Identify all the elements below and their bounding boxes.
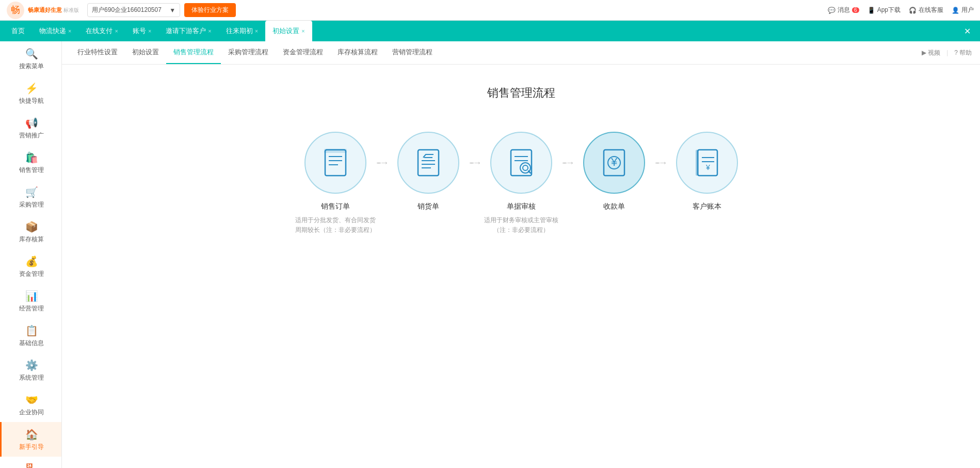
video-link[interactable]: ▶ 视频: [922, 49, 940, 57]
close-payment-icon[interactable]: ×: [115, 28, 118, 34]
dropdown-arrow-icon: ▼: [169, 7, 175, 14]
basic-icon: 📋: [25, 324, 38, 337]
guide-icon: 🏠: [25, 428, 38, 441]
sub-tab-purchase-flow[interactable]: 采购管理流程: [221, 41, 276, 64]
nav-tab-logistics[interactable]: 物流快递 ×: [32, 21, 78, 41]
sub-tab-initial[interactable]: 初始设置: [125, 41, 166, 64]
logo-icon: 畅: [6, 1, 25, 20]
sub-tab-inventory-flow[interactable]: 库存核算流程: [330, 41, 385, 64]
nav-tab-period[interactable]: 往来期初 ×: [219, 21, 265, 41]
sub-tab-industry[interactable]: 行业特性设置: [70, 41, 125, 64]
delivery-icon: [413, 147, 444, 178]
sidebar-item-marketing[interactable]: 📢 营销推广: [0, 111, 61, 145]
sales-icon: 🛍️: [25, 151, 38, 164]
sidebar-item-search[interactable]: 🔍 搜索菜单: [0, 41, 61, 76]
user-avatar-item[interactable]: 👤 用户: [952, 6, 974, 14]
nav-tab-payment[interactable]: 在线支付 ×: [78, 21, 125, 41]
system-icon: ⚙️: [25, 359, 38, 371]
approval-title: 单据审核: [507, 202, 536, 211]
sidebar-item-appstore[interactable]: 🏪 应用中心: [0, 457, 61, 468]
user-dropdown[interactable]: 用户690企业1660120507 ▼: [87, 3, 180, 17]
top-header: 畅 畅康通好生意 标准版 用户690企业1660120507 ▼ 体验行业方案 …: [0, 0, 980, 21]
try-industry-button[interactable]: 体验行业方案: [184, 3, 236, 17]
flow-step-delivery: 销货单: [387, 132, 470, 215]
page-content: 销售管理流程 销售订单 适用于分批发货、有合同: [62, 65, 980, 468]
sidebar-item-basic[interactable]: 📋 基础信息: [0, 318, 61, 353]
ledger-circle[interactable]: ¥: [676, 132, 738, 194]
message-item[interactable]: 💬 消息 6: [828, 6, 859, 14]
nav-tab-account[interactable]: 账号 ×: [125, 21, 158, 41]
sales-order-title: 销售订单: [321, 202, 350, 211]
arrow-3: - - →: [563, 132, 573, 168]
approval-desc: 适用于财务审核或主管审核（注：非必要流程）: [480, 215, 563, 235]
sidebar-item-system[interactable]: ⚙️ 系统管理: [0, 353, 61, 387]
main-layout: 🔍 搜索菜单 ⚡ 快捷导航 📢 营销推广 🛍️ 销售管理 🛒 采购管理 📦 库存…: [0, 41, 980, 468]
help-link[interactable]: ? 帮助: [954, 49, 972, 57]
sub-tab-sales-flow[interactable]: 销售管理流程: [166, 41, 221, 64]
sales-order-circle[interactable]: [304, 132, 366, 194]
appstore-icon: 🏪: [25, 463, 38, 468]
sidebar-item-operation[interactable]: 📊 经营管理: [0, 284, 61, 318]
close-logistics-icon[interactable]: ×: [68, 28, 71, 34]
logo-area: 畅 畅康通好生意 标准版: [6, 1, 79, 20]
close-invite-icon[interactable]: ×: [208, 28, 211, 34]
close-account-icon[interactable]: ×: [148, 28, 151, 34]
user-area: 用户690企业1660120507 ▼ 体验行业方案: [79, 3, 828, 17]
svg-text:¥: ¥: [705, 163, 710, 171]
operation-icon: 📊: [25, 290, 38, 302]
collab-icon: 🤝: [25, 394, 38, 406]
sub-tab-actions: ▶ 视频 | ? 帮助: [922, 49, 972, 57]
close-setup-icon[interactable]: ×: [301, 28, 304, 34]
flow-step-approval: 单据审核 适用于财务审核或主管审核（注：非必要流程）: [480, 132, 563, 235]
svg-rect-2: [325, 150, 346, 176]
sidebar: 🔍 搜索菜单 ⚡ 快捷导航 📢 营销推广 🛍️ 销售管理 🛒 采购管理 📦 库存…: [0, 41, 62, 468]
app-download-item[interactable]: 📱 App下载: [867, 6, 901, 14]
sub-tabs-bar: 行业特性设置 初始设置 销售管理流程 采购管理流程 资金管理流程 库存核算流程 …: [62, 41, 980, 65]
sub-tab-marketing-flow[interactable]: 营销管理流程: [385, 41, 440, 64]
arrow-4: - - →: [655, 132, 666, 168]
finance-icon: 💰: [25, 255, 38, 268]
receipt-icon: ¥: [599, 147, 630, 178]
ledger-title: 客户账本: [693, 202, 721, 211]
nav-tab-home[interactable]: 首页: [4, 21, 32, 41]
search-icon: 🔍: [25, 48, 38, 60]
sidebar-item-quick-nav[interactable]: ⚡ 快捷导航: [0, 76, 61, 111]
svg-rect-7: [418, 150, 439, 176]
app-icon: 📱: [867, 7, 875, 14]
arrow-2: - - →: [470, 132, 480, 168]
svg-rect-21: [696, 150, 699, 176]
sidebar-item-inventory[interactable]: 📦 库存核算: [0, 214, 61, 249]
sidebar-item-finance[interactable]: 💰 资金管理: [0, 249, 61, 284]
nav-close-all-icon[interactable]: ✕: [959, 26, 976, 36]
close-period-icon[interactable]: ×: [255, 28, 258, 34]
approval-circle[interactable]: [490, 132, 552, 194]
page-title: 销售管理流程: [72, 85, 970, 101]
online-service-item[interactable]: 🎧 在线客服: [909, 6, 943, 14]
message-badge: 6: [852, 7, 859, 13]
arrow-1: - - →: [377, 132, 387, 168]
service-icon: 🎧: [909, 7, 917, 14]
sales-order-icon: [320, 147, 351, 178]
sidebar-item-sales[interactable]: 🛍️ 销售管理: [0, 145, 61, 180]
flow-step-sales-order: 销售订单 适用于分批发货、有合同发货周期较长（注：非必要流程）: [294, 132, 377, 235]
receipt-circle[interactable]: ¥: [583, 132, 645, 194]
sidebar-item-purchase[interactable]: 🛒 采购管理: [0, 180, 61, 214]
ledger-icon: ¥: [692, 147, 722, 178]
delivery-circle[interactable]: [397, 132, 459, 194]
purchase-icon: 🛒: [25, 186, 38, 198]
nav-tab-invite[interactable]: 邀请下游客户 ×: [158, 21, 218, 41]
logo-text: 畅康通好生意 标准版: [28, 6, 79, 14]
inventory-icon: 📦: [25, 221, 38, 233]
video-icon: ▶: [922, 49, 926, 56]
sub-tab-finance-flow[interactable]: 资金管理流程: [276, 41, 330, 64]
receipt-title: 收款单: [603, 202, 625, 211]
svg-text:畅: 畅: [11, 5, 20, 15]
svg-line-16: [528, 171, 531, 173]
nav-tabs-bar: 首页 物流快递 × 在线支付 × 账号 × 邀请下游客户 × 往来期初 × 初始…: [0, 21, 980, 41]
sidebar-item-collab[interactable]: 🤝 企业协同: [0, 387, 61, 422]
nav-tab-initial-setup[interactable]: 初始设置 ×: [265, 21, 312, 41]
svg-rect-20: [698, 150, 717, 176]
sales-order-desc: 适用于分批发货、有合同发货周期较长（注：非必要流程）: [294, 215, 377, 235]
sidebar-item-guide[interactable]: 🏠 新手引导: [0, 422, 61, 457]
user-label: 用户690企业1660120507: [92, 6, 162, 14]
